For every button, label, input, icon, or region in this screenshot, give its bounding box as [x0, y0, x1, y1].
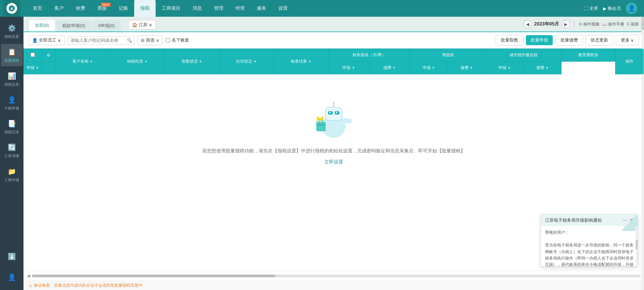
tab-zero-declare[interactable]: 0申报(0): [92, 20, 121, 31]
check-result-header[interactable]: 检查结果 ▼: [274, 49, 329, 74]
nav-accounting[interactable]: 记账: [113, 0, 134, 17]
search-icon: 🔍: [127, 38, 132, 43]
region-selector[interactable]: 🏠 江苏 ∨: [128, 20, 156, 29]
tax-overview-icon: 📊: [7, 71, 16, 81]
svg-rect-11: [316, 122, 326, 131]
settings-icon: ⚙: [47, 53, 50, 58]
more-button[interactable]: 更多 ∨: [616, 35, 639, 46]
manual-button[interactable]: 📖 操作手册: [602, 21, 624, 27]
setup-link[interactable]: 立即设置: [324, 159, 343, 165]
nav-business[interactable]: 工商项目: [156, 0, 186, 17]
select-all-checkbox[interactable]: [31, 53, 35, 57]
fullscreen-button[interactable]: ⛶ 全屏: [584, 5, 598, 11]
svg-point-8: [332, 102, 335, 104]
empty-message: 若您想使用批量报税功能，请先在【报税设置】中进行报税的初始化设置，完成密码验证和…: [202, 148, 465, 154]
tab-tax-declare[interactable]: 税款申报(0): [56, 20, 91, 31]
refresh-button[interactable]: C 刷新: [627, 21, 639, 27]
edu-declare-sub[interactable]: 申报 ▼: [486, 62, 524, 74]
operation-header: 操作: [615, 49, 644, 74]
chevron-down-icon: ∨: [149, 22, 152, 27]
financial-report-header: 财务报表（月/季）: [329, 49, 410, 62]
nav-tax[interactable]: 报税: [134, 0, 156, 17]
vat-header: 增值税: [410, 49, 486, 62]
video-tutorial-button[interactable]: ⊙ 操作视频: [579, 21, 599, 27]
scroll-left-arrow[interactable]: ◀: [27, 273, 30, 278]
city-declare-sub[interactable]: 申报 ▼: [410, 62, 448, 74]
empty-state: ¥ 若您想使用批量报税功能，请先在【报税设置】中进行报税的初始化设置，完成密码验…: [24, 74, 644, 185]
status-bar: ⚠ 验证账密、采集信息均成功的企业才会流转至批量报税页面中: [23, 281, 644, 290]
toolbar: 👤 全部员工 ∨ 🔍 ⊟ 筛选 ∨ 名下账套 批量取数 批量申报 批量缴费: [23, 32, 644, 49]
top-right-controls: ⛶ 全屏 ▶ 畅会员 👤: [584, 3, 637, 14]
nav-service[interactable]: 服务: [251, 0, 272, 17]
nav-home[interactable]: 首页: [27, 0, 48, 17]
employee-selector[interactable]: 👤 全部员工 ∨: [29, 35, 65, 45]
svg-rect-6: [336, 112, 337, 113]
notification-body: 尊敬的用户： 受当前电子税务局进一步升级的影响，同一个政务网账号（办税人）名下的…: [541, 226, 638, 266]
tax-nature-header[interactable]: 纳税性质 ▼: [110, 49, 165, 74]
sidebar-item-tax-records[interactable]: 📑 报税记录: [1, 116, 23, 138]
nav-message[interactable]: 消息: [186, 0, 208, 17]
nav-manage[interactable]: 管理: [208, 0, 229, 17]
popup-scroll-thumb: [636, 239, 638, 249]
city-pay-sub[interactable]: 缴费 ▼: [448, 62, 486, 74]
more-chevron-icon: ∨: [631, 38, 634, 43]
annual-report-icon: 📁: [7, 167, 16, 176]
nav-settings[interactable]: 设置: [272, 0, 294, 17]
notification-popup: 江苏电子税务局升级影响通知 ─ ✕ 尊敬的用户： 受当前电子税务局进一步升级的影…: [541, 214, 638, 267]
customer-name-header[interactable]: 客户名称 ▼: [55, 49, 110, 74]
prev-period-button[interactable]: ◀: [524, 20, 532, 28]
download-icon: ⬇️: [7, 252, 16, 261]
new-badge: NEW: [101, 3, 111, 7]
sidebar-item-personal-tax[interactable]: 👤 个税申报: [1, 92, 23, 114]
vip-button[interactable]: ▶ 畅会员: [603, 5, 621, 11]
warning-icon: ⚠: [29, 283, 32, 288]
batch-report-button[interactable]: 批量申报: [526, 35, 553, 45]
sidebar-item-annual-report[interactable]: 📁 工商年报: [1, 163, 23, 186]
svg-rect-2: [325, 107, 342, 121]
nav-operation[interactable]: 经营: [229, 0, 251, 17]
tax-settings-icon: ⚙️: [7, 23, 16, 33]
sidebar-label-tax-records: 报税记录: [4, 130, 19, 134]
edu-pay-sub[interactable]: 缴费 ▼: [524, 62, 561, 74]
fin-report-empty-sub: [42, 62, 55, 74]
sidebar-label-personal-tax: 个税申报: [4, 106, 19, 111]
help-icon: 👤: [7, 273, 16, 282]
sidebar-label-annual-report: 工商年报: [4, 177, 19, 182]
sidebar-item-tax-overview[interactable]: 📊 报税总览: [1, 68, 23, 90]
vat-pay-sub[interactable]: 缴费 ▼: [369, 62, 410, 74]
sidebar-item-download[interactable]: ⬇️: [1, 248, 23, 266]
batch-pay-button[interactable]: 批量缴费: [555, 35, 583, 46]
nav-customer[interactable]: 客户: [48, 0, 70, 17]
status-message: 验证账密、采集信息均成功的企业才会流转至批量报税页面中: [34, 283, 143, 288]
fetch-status-header[interactable]: 取数状态 ▼: [165, 49, 219, 74]
user-avatar[interactable]: 👤: [626, 3, 637, 14]
sidebar-label-settlement: 汇算清缴: [4, 153, 19, 158]
sidebar-item-batch-tax[interactable]: 📋 批量报税: [1, 44, 23, 66]
nav-invoice[interactable]: 票据 NEW: [91, 0, 113, 17]
scroll-track[interactable]: [32, 275, 641, 277]
tab-all[interactable]: 全部(0): [29, 19, 55, 31]
scrollbar-thumb: [641, 17, 644, 30]
vat-declare-sub[interactable]: 申报 ▼: [329, 62, 369, 74]
period-display: 2023年05月: [534, 21, 559, 27]
status-update-button[interactable]: 状态更新: [586, 35, 613, 46]
sidebar-item-tax-settings[interactable]: ⚙️ 报税设置: [1, 20, 23, 42]
education-fee-header: 教育费附加: [561, 49, 615, 62]
logo-area: 易: [3, 0, 20, 17]
fin-report-declare-sub[interactable]: 申报 ▼: [24, 62, 42, 74]
nav-billing[interactable]: 收费: [70, 0, 91, 17]
checkbox-accounts[interactable]: 名下账套: [166, 37, 189, 43]
accounts-checkbox[interactable]: [166, 38, 170, 43]
search-input[interactable]: [70, 38, 127, 43]
filter-button[interactable]: ⊟ 筛选 ∨: [137, 35, 163, 45]
data-table: ⚙ 客户名称 ▼ 纳税性质 ▼ 取数状态 ▼ 比对状态 ▼: [23, 49, 644, 185]
toolbar-right: 批量取数 批量申报 批量缴费 状态更新 更多 ∨: [496, 35, 639, 46]
video-icon: ⊙: [579, 22, 582, 26]
compare-status-header[interactable]: 比对状态 ▼: [219, 49, 274, 74]
sidebar-item-help[interactable]: 👤: [1, 269, 23, 287]
batch-fetch-button[interactable]: 批量取数: [496, 35, 523, 46]
logo-icon: 易: [6, 3, 17, 14]
popup-scrollbar: [636, 226, 638, 266]
sidebar-item-settlement[interactable]: 🔄 汇算清缴: [1, 139, 23, 161]
next-period-button[interactable]: ▶: [562, 20, 570, 28]
